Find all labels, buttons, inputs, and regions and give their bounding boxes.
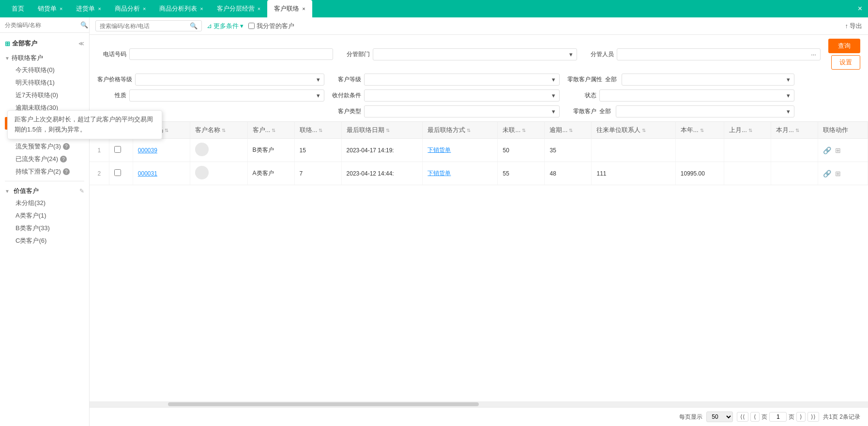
main-layout: 🔍 ⊞ 全部客户 ≪ ▼ 待联络客户 今天待联络(0) 明天待联络(1) 近7天… <box>0 17 868 426</box>
sort-this-year[interactable]: ⇅ <box>700 128 704 133</box>
advanced-filter: 电话号码 分管部门 ▾ 分管人员 ··· <box>90 35 868 122</box>
more-conditions-btn[interactable]: ⊿ 更多条件 ▾ <box>207 22 244 30</box>
label-customer-grade: 客户等级 <box>332 75 361 84</box>
nav-tab-purchase[interactable]: 进货单 × <box>69 0 107 17</box>
sidebar-item-tomorrow[interactable]: 明天待联络(1) <box>5 76 84 89</box>
search-icon[interactable]: 🔍 <box>190 22 198 29</box>
select-retail-attr[interactable]: ▾ <box>622 73 794 86</box>
row1-avatar <box>195 143 209 156</box>
nav-tab-sales[interactable]: 销货单 × <box>31 0 69 17</box>
sort-overdue[interactable]: ⇅ <box>569 128 573 133</box>
select-manager[interactable]: ··· <box>617 48 821 60</box>
next-page-btn[interactable]: ⟩ <box>796 412 806 422</box>
sort-code[interactable]: ⇅ <box>165 128 168 133</box>
settings-button[interactable]: 设置 <box>831 55 860 70</box>
sidebar-item-ungrouped[interactable]: 未分组(32) <box>5 197 84 209</box>
row1-code[interactable]: 000039 <box>133 139 190 162</box>
scroll-thumb[interactable] <box>168 402 479 406</box>
row1-actions: 🔗 ⊞ <box>818 139 868 162</box>
input-phone[interactable] <box>129 48 333 60</box>
select-status[interactable]: ▾ <box>599 89 794 102</box>
row2-checkbox <box>109 162 133 185</box>
th-last-month: 上月...⇅ <box>724 122 771 139</box>
row1-check[interactable] <box>114 146 121 153</box>
close-customer-tier-tab[interactable]: × <box>258 6 260 12</box>
close-purchase-tab[interactable]: × <box>98 6 101 12</box>
sidebar-item-today[interactable]: 今天待联络(0) <box>5 64 84 76</box>
sidebar-item-7days[interactable]: 近7天待联络(0) <box>5 89 84 102</box>
per-page-select[interactable]: 50 20 100 <box>706 411 733 422</box>
sort-last-month[interactable]: ⇅ <box>748 128 752 133</box>
pending-section-header[interactable]: ▼ 待联络客户 <box>5 52 84 64</box>
close-customer-contact-tab[interactable]: × <box>302 6 305 12</box>
sidebar-tree: ⊞ 全部客户 ≪ ▼ 待联络客户 今天待联络(0) 明天待联络(1) 近7天待联… <box>0 33 89 426</box>
row1-contact: 15 <box>294 139 341 162</box>
select-dept[interactable]: ▾ <box>373 48 577 60</box>
sidebar-item-class-c[interactable]: C类客户(6) <box>5 235 84 247</box>
row2-check[interactable] <box>114 169 121 176</box>
sort-last-date[interactable]: ⇅ <box>386 128 390 133</box>
row1-unlinked: 50 <box>498 139 545 162</box>
sidebar-item-churn-warning[interactable]: 流失预警客户(3) ? <box>5 140 84 153</box>
select-customer-grade[interactable]: ▾ <box>364 73 559 86</box>
label-retail-attr: 零散客户属性 <box>567 75 602 84</box>
select-retail-customer[interactable]: ▾ <box>616 105 794 118</box>
edit-section-icon[interactable]: ✎ <box>79 188 84 194</box>
nav-tab-analysis-list[interactable]: 商品分析列表 × <box>152 0 210 17</box>
sort-contact[interactable]: ⇅ <box>319 128 322 133</box>
value-section-header[interactable]: ▼ 价值客户 ✎ <box>5 185 84 197</box>
row1-last-method[interactable]: 下销货单 <box>423 139 498 162</box>
sort-type[interactable]: ⇅ <box>272 128 275 133</box>
sidebar-search-icon[interactable]: 🔍 <box>80 21 88 29</box>
row2-grid-icon[interactable]: ⊞ <box>835 170 841 177</box>
my-customer-checkbox[interactable]: 我分管的客户 <box>248 22 294 30</box>
select-customer-type[interactable]: ▾ <box>364 105 559 118</box>
filter-row-2: 客户价格等级 ▾ 客户等级 ▾ 零散客户属性 全部 <box>97 73 860 86</box>
sidebar-item-class-a[interactable]: A类客户(1) <box>5 209 84 222</box>
filter-item-payment: 收付款条件 ▾ <box>332 89 559 102</box>
search-input[interactable] <box>100 23 188 29</box>
select-payment[interactable]: ▾ <box>364 89 559 102</box>
sort-unlinked[interactable]: ⇅ <box>522 128 526 133</box>
sidebar-item-churned[interactable]: 已流失客户(24) ? <box>5 153 84 165</box>
chevron-customer-grade: ▾ <box>552 76 555 83</box>
sort-this-month[interactable]: ⇅ <box>795 128 799 133</box>
sort-name[interactable]: ⇅ <box>222 128 226 133</box>
row1-link-icon[interactable]: 🔗 <box>823 147 831 154</box>
select-nature[interactable]: ▾ <box>129 89 324 102</box>
chevron-price-grade: ▾ <box>317 76 320 83</box>
my-customer-check[interactable] <box>248 23 255 29</box>
nav-tab-home[interactable]: 首页 <box>5 0 31 17</box>
sidebar-search-input[interactable] <box>5 22 77 29</box>
row2-last-method[interactable]: 下销货单 <box>423 162 498 185</box>
nav-tab-customer-contact[interactable]: 客户联络 × <box>267 0 312 17</box>
sidebar-item-declining[interactable]: 持续下滑客户(2) ? <box>5 165 84 178</box>
last-page-btn[interactable]: ⟩⟩ <box>807 412 819 422</box>
prev-page-btn[interactable]: ⟨ <box>750 412 760 422</box>
nav-tab-customer-tier[interactable]: 客户分层经营 × <box>210 0 267 17</box>
page-input[interactable] <box>769 412 787 422</box>
sort-contacts[interactable]: ⇅ <box>642 128 646 133</box>
select-price-grade[interactable]: ▾ <box>135 73 324 86</box>
tree-section-churn: 流失预警客户(3) ? 已流失客户(24) ? 持续下滑客户(2) ? <box>0 138 89 179</box>
close-sales-tab[interactable]: × <box>60 6 62 12</box>
query-button[interactable]: 查询 <box>828 39 860 53</box>
sort-last-method[interactable]: ⇅ <box>467 128 471 133</box>
chevron-payment: ▾ <box>552 92 555 99</box>
horizontal-scrollbar[interactable] <box>90 401 868 407</box>
row1-grid-icon[interactable]: ⊞ <box>835 147 841 154</box>
row2-link-icon[interactable]: 🔗 <box>823 170 831 177</box>
export-btn[interactable]: ↑ 导出 <box>845 22 863 30</box>
th-this-year: 本年...⇅ <box>675 122 724 139</box>
row1-num: 1 <box>90 139 109 162</box>
collapse-sidebar-icon[interactable]: ≪ <box>78 41 84 47</box>
sidebar-item-class-b[interactable]: B类客户(33) <box>5 222 84 235</box>
close-analysis-list-tab[interactable]: × <box>200 6 203 12</box>
tree-root-all-customers[interactable]: ⊞ 全部客户 ≪ <box>0 37 89 50</box>
close-analysis-tab[interactable]: × <box>143 6 146 12</box>
row2-code[interactable]: 000031 <box>133 162 190 185</box>
nav-tab-analysis[interactable]: 商品分析 × <box>108 0 152 17</box>
close-all-tabs[interactable]: × <box>858 4 862 13</box>
first-page-btn[interactable]: ⟨⟨ <box>737 412 748 422</box>
label-status: 状态 <box>567 91 596 100</box>
